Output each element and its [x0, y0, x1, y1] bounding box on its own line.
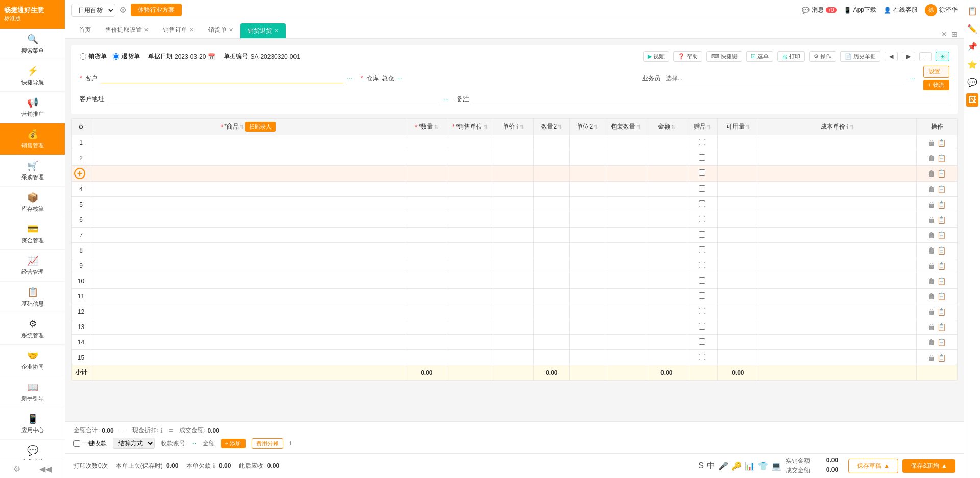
unit-cell[interactable]: [447, 150, 493, 166]
grid-view-btn[interactable]: ⊞: [936, 52, 949, 61]
right-panel-notes-icon[interactable]: 📋: [965, 4, 979, 18]
staff-input[interactable]: [664, 73, 906, 83]
product-input[interactable]: [92, 170, 404, 177]
right-panel-star-icon[interactable]: ⭐: [965, 58, 979, 71]
shortcut-btn[interactable]: ⌨ 快捷键: [706, 51, 742, 62]
th-gear[interactable]: ⚙: [72, 119, 90, 135]
sort-icon[interactable]: ⇅: [707, 124, 711, 130]
copy-row-btn[interactable]: 📋: [937, 338, 946, 346]
print-btn[interactable]: 🖨 打印: [777, 51, 805, 62]
tab-expand-icon[interactable]: ⊞: [951, 30, 958, 38]
sort-icon[interactable]: ⇅: [484, 124, 488, 130]
save-new-btn[interactable]: 保存&新增 ▲: [902, 459, 955, 473]
radio-sale-bill[interactable]: 销货单: [80, 52, 107, 61]
delete-row-btn[interactable]: 🗑: [928, 139, 935, 147]
logistics-btn[interactable]: + 物流: [923, 80, 949, 90]
sort-icon[interactable]: ⇅: [520, 124, 524, 130]
sort-icon[interactable]: ⇅: [434, 124, 438, 130]
sidebar-item-wechat[interactable]: 💬 企业微信: [0, 440, 65, 460]
available-cell[interactable]: [718, 150, 758, 166]
copy-row-btn[interactable]: 📋: [937, 216, 946, 224]
copy-row-btn[interactable]: 📋: [937, 185, 946, 193]
one-click-payment[interactable]: 一键收款: [74, 439, 107, 448]
sidebar-item-search[interactable]: 🔍 搜索菜单: [0, 29, 65, 60]
unit2-cell[interactable]: [570, 150, 605, 166]
copy-row-btn[interactable]: 📋: [937, 277, 946, 285]
address-input[interactable]: [107, 94, 440, 104]
qty-cell[interactable]: [406, 166, 447, 182]
right-panel-pin-icon[interactable]: 📌: [965, 40, 979, 54]
sidebar-item-shortcut[interactable]: ⚡ 快捷导航: [0, 60, 65, 92]
add-row-btn[interactable]: +: [74, 168, 85, 179]
tool-icon-4[interactable]: 🔑: [731, 461, 742, 471]
tab-close-icon[interactable]: ✕: [229, 27, 233, 33]
tab-close-all-icon[interactable]: ✕: [941, 30, 947, 38]
online-service-item[interactable]: 👤 在线客服: [884, 6, 918, 14]
delete-row-btn[interactable]: 🗑: [928, 277, 935, 285]
sidebar-item-apps[interactable]: 📱 应用中心: [0, 408, 65, 440]
right-panel-edit-icon[interactable]: ✏️: [965, 22, 979, 36]
gift-checkbox[interactable]: [699, 262, 705, 268]
experience-btn[interactable]: 体验行业方案: [131, 4, 182, 16]
tab-close-active-icon[interactable]: ✕: [274, 28, 279, 34]
calc-method-select[interactable]: 结算方式: [113, 438, 155, 449]
fee-split-btn[interactable]: 费用分摊: [252, 438, 283, 449]
sidebar-item-basic-info[interactable]: 📋 基础信息: [0, 282, 65, 313]
sidebar-item-enterprise[interactable]: 🤝 企业协同: [0, 345, 65, 376]
delete-row-btn[interactable]: 🗑: [928, 308, 935, 316]
gift-checkbox[interactable]: [699, 277, 705, 284]
tool-icon-7[interactable]: 💻: [771, 461, 781, 471]
available-cell[interactable]: [718, 166, 758, 182]
delete-row-btn[interactable]: 🗑: [928, 262, 935, 270]
sidebar-item-inventory[interactable]: 📦 库存核算: [0, 187, 65, 218]
select-btn[interactable]: ☑ 选单: [746, 51, 773, 62]
qty2-cell[interactable]: [534, 150, 570, 166]
amount-cell[interactable]: [646, 166, 687, 182]
scan-btn[interactable]: 扫码录入: [245, 122, 276, 132]
video-btn[interactable]: ▶ 视频: [643, 51, 669, 62]
calendar-icon[interactable]: 📅: [208, 53, 215, 60]
unit-cell[interactable]: [447, 166, 493, 182]
operate-btn[interactable]: ⚙ 操作: [809, 51, 836, 62]
delete-row-btn[interactable]: 🗑: [928, 185, 935, 193]
sidebar-item-business[interactable]: 📈 经营管理: [0, 250, 65, 282]
product-cell[interactable]: [90, 150, 406, 166]
price-cell[interactable]: [493, 150, 534, 166]
unit2-cell[interactable]: [570, 166, 605, 182]
fee-split-info-icon[interactable]: ℹ: [289, 440, 292, 447]
history-btn[interactable]: 📄 历史单据: [840, 51, 880, 62]
product-cell[interactable]: [90, 182, 406, 197]
save-draft-btn[interactable]: 保存草稿 ▲: [848, 459, 898, 473]
qty-cell[interactable]: [406, 135, 447, 150]
pack-qty-cell[interactable]: [605, 135, 646, 150]
copy-row-btn[interactable]: 📋: [937, 169, 946, 178]
pack-qty-cell[interactable]: [605, 150, 646, 166]
cost-price-cell[interactable]: [758, 166, 917, 182]
copy-row-btn[interactable]: 📋: [937, 262, 946, 270]
gift-checkbox[interactable]: [699, 354, 705, 360]
qty-cell[interactable]: [406, 150, 447, 166]
unit-cell[interactable]: [447, 135, 493, 150]
sort-icon[interactable]: ⇅: [746, 124, 750, 130]
sort-icon[interactable]: ⇅: [558, 124, 562, 130]
gift-checkbox[interactable]: [699, 216, 705, 222]
address-dots-btn[interactable]: ···: [443, 95, 449, 104]
settings-footer-btn[interactable]: ⚙: [13, 464, 20, 474]
tool-icon-1[interactable]: S: [698, 461, 704, 470]
category-select[interactable]: 日用百货: [71, 4, 115, 17]
delete-row-btn[interactable]: 🗑: [928, 169, 935, 178]
qty2-cell[interactable]: [534, 166, 570, 182]
right-panel-chat-icon[interactable]: 💬: [965, 76, 979, 89]
account-dots-btn[interactable]: ···: [191, 440, 197, 447]
gift-checkbox[interactable]: [699, 231, 705, 238]
price-info-icon[interactable]: ℹ: [516, 123, 519, 131]
one-click-payment-checkbox[interactable]: [74, 440, 80, 447]
cost-price-cell[interactable]: [758, 150, 917, 166]
gift-checkbox[interactable]: [699, 308, 705, 314]
radio-return-input[interactable]: [113, 53, 119, 60]
copy-row-btn[interactable]: 📋: [937, 354, 946, 362]
sidebar-item-marketing[interactable]: 📢 营销推广: [0, 92, 65, 123]
unit2-cell[interactable]: [570, 135, 605, 150]
gift-checkbox[interactable]: [699, 292, 705, 299]
gift-checkbox[interactable]: [699, 139, 705, 145]
